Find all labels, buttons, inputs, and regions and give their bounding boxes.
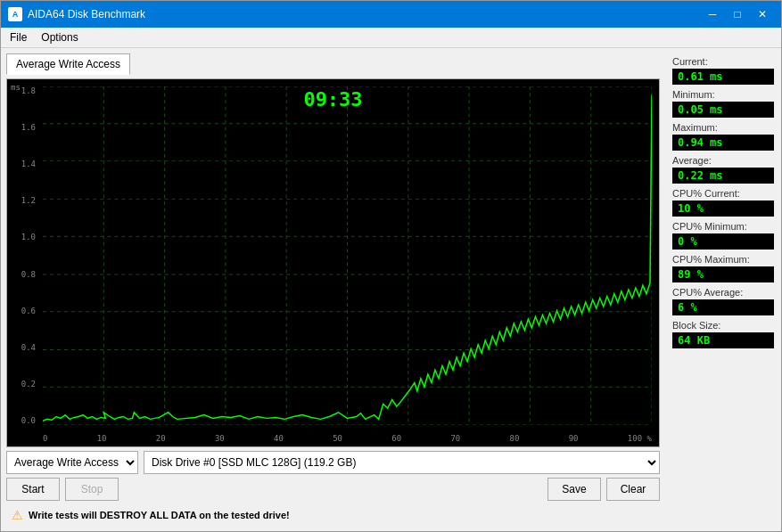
cpu-maximum-label: CPU% Maximum:	[672, 254, 774, 265]
x-label-10: 10	[97, 434, 107, 443]
minimize-button[interactable]: ─	[701, 5, 724, 23]
x-label-0: 0	[43, 434, 47, 443]
block-size-label: Block Size:	[672, 320, 774, 331]
timer-display: 09:33	[303, 88, 362, 110]
app-icon: A	[8, 7, 22, 21]
start-button[interactable]: Start	[6, 478, 60, 501]
x-label-100: 100 %	[628, 434, 652, 443]
main-window: A AIDA64 Disk Benchmark ─ □ ✕ File Optio…	[0, 0, 782, 532]
minimum-value: 0.05 ms	[672, 102, 774, 118]
left-panel: Average Write Access ms 1.8 1.6 1.4 1.2 …	[1, 48, 665, 531]
warning-text: Write tests will DESTROY ALL DATA on the…	[29, 510, 290, 520]
close-button[interactable]: ✕	[751, 5, 774, 23]
maximum-value: 0.94 ms	[672, 135, 774, 151]
x-label-20: 20	[156, 434, 166, 443]
stop-button[interactable]: Stop	[65, 478, 119, 501]
cpu-minimum-value: 0 %	[672, 233, 774, 250]
btn-left-group: Start Stop	[6, 478, 119, 501]
cpu-current-value: 10 %	[672, 201, 774, 217]
current-value: 0.61 ms	[672, 69, 774, 85]
window-controls: ─ □ ✕	[701, 5, 774, 23]
cpu-maximum-value: 89 %	[672, 266, 774, 282]
button-row: Start Stop Save Clear	[6, 478, 660, 501]
controls-row: Average Write Access Disk Drive #0 [SSD …	[6, 451, 660, 474]
right-panel: Current: 0.61 ms Minimum: 0.05 ms Maximu…	[665, 48, 781, 531]
warning-bar: ⚠ Write tests will DESTROY ALL DATA on t…	[6, 504, 660, 526]
x-label-50: 50	[333, 434, 342, 443]
x-axis-labels: 0 10 20 30 40 50 60 70 80 90 100 %	[43, 434, 652, 443]
tab-average-write-access[interactable]: Average Write Access	[6, 53, 130, 75]
x-label-40: 40	[274, 434, 284, 443]
cpu-average-value: 6 %	[672, 299, 774, 315]
drive-select-dropdown[interactable]: Disk Drive #0 [SSD MLC 128G] (119.2 GB)	[144, 451, 660, 474]
menu-file[interactable]: File	[4, 29, 32, 45]
clear-button[interactable]: Clear	[606, 478, 660, 501]
x-label-30: 30	[215, 434, 225, 443]
main-content: Average Write Access ms 1.8 1.6 1.4 1.2 …	[1, 48, 781, 531]
cpu-minimum-label: CPU% Minimum:	[672, 221, 774, 232]
average-label: Average:	[672, 155, 774, 166]
cpu-average-label: CPU% Average:	[672, 287, 774, 298]
minimum-label: Minimum:	[672, 89, 774, 100]
tab-bar: Average Write Access	[6, 53, 660, 75]
block-size-value: 64 KB	[672, 332, 774, 348]
x-label-80: 80	[510, 434, 520, 443]
chart-area: ms 1.8 1.6 1.4 1.2 1.0 0.8 0.6 0.4 0.2 0…	[6, 78, 660, 447]
warning-icon: ⚠	[12, 508, 23, 522]
btn-right-group: Save Clear	[547, 478, 660, 501]
benchmark-type-dropdown[interactable]: Average Write Access	[6, 451, 138, 474]
chart-canvas	[7, 79, 659, 446]
menu-bar: File Options	[1, 28, 781, 48]
x-label-90: 90	[569, 434, 579, 443]
chart-svg	[43, 86, 652, 425]
maximum-label: Maximum:	[672, 122, 774, 133]
average-value: 0.22 ms	[672, 168, 774, 184]
x-label-60: 60	[391, 434, 401, 443]
cpu-current-label: CPU% Current:	[672, 188, 774, 199]
title-bar-left: A AIDA64 Disk Benchmark	[8, 7, 145, 21]
x-label-70: 70	[450, 434, 460, 443]
window-title: AIDA64 Disk Benchmark	[28, 8, 145, 20]
save-button[interactable]: Save	[547, 478, 601, 501]
maximize-button[interactable]: □	[726, 5, 749, 23]
menu-options[interactable]: Options	[36, 29, 83, 45]
title-bar: A AIDA64 Disk Benchmark ─ □ ✕	[1, 1, 781, 28]
current-label: Current:	[672, 56, 774, 67]
